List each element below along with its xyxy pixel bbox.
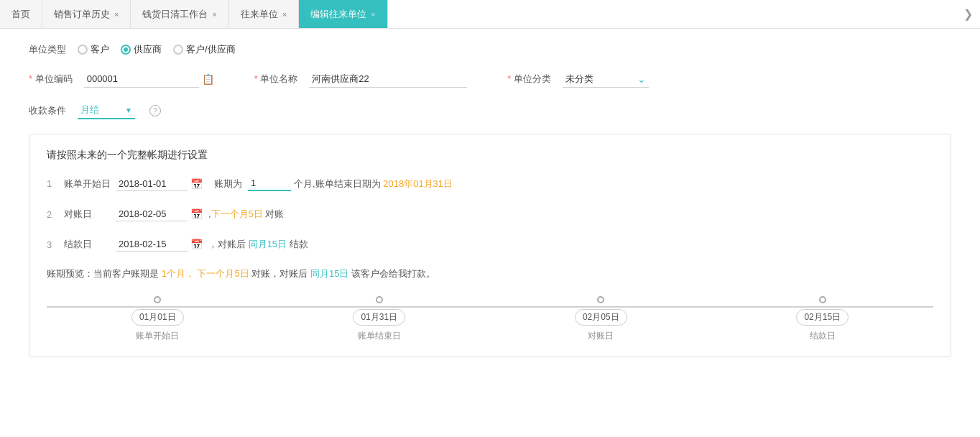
period-suffix-3: ，对账后 同月15日 结款 bbox=[208, 238, 308, 251]
payment-condition-row: 收款条件 月结 ▼ ? bbox=[29, 102, 951, 119]
tab-sales-history[interactable]: 销售订单历史× bbox=[42, 0, 131, 28]
unit-info-row: 单位编码 📋 单位名称 单位分类 未分类 ⌄ bbox=[29, 70, 951, 88]
period-label-3: 结款日 bbox=[64, 238, 116, 251]
unit-type-radio-group: 客户供应商客户/供应商 bbox=[78, 43, 236, 56]
timeline-dot-3 bbox=[819, 296, 826, 303]
radio-label-supplier: 供应商 bbox=[134, 43, 162, 56]
unit-category-label: 单位分类 bbox=[507, 73, 551, 86]
tab-label-sales-history: 销售订单历史 bbox=[54, 8, 110, 21]
period-title: 请按照未来的一个完整帐期进行设置 bbox=[47, 149, 933, 162]
timeline-item-2: 02月05日对账日 bbox=[490, 296, 712, 342]
radio-circle-customer bbox=[78, 45, 88, 55]
timeline: 01月01日账单开始日01月31日账单结束日02月05日对账日02月15日结款日 bbox=[47, 296, 933, 342]
preview-part2: 下一个月5日 bbox=[197, 268, 249, 279]
timeline-dot-0 bbox=[154, 296, 161, 303]
payment-condition-arrow-icon: ▼ bbox=[125, 106, 132, 114]
tab-close-icon-cash-work[interactable]: × bbox=[212, 10, 216, 19]
tab-label-home: 首页 bbox=[11, 8, 30, 21]
unit-category-arrow-icon: ⌄ bbox=[637, 73, 646, 85]
preview-section: 账期预览：当前客户账期是 1个月， 下一个月5日 对账，对账后 同月15日 该客… bbox=[47, 267, 933, 342]
unit-category-value: 未分类 bbox=[565, 73, 633, 86]
tab-label-edit-partner: 编辑往来单位 bbox=[310, 8, 366, 21]
period-date-1[interactable] bbox=[116, 177, 188, 191]
unit-name-label: 单位名称 bbox=[254, 73, 298, 86]
period-num-3: 3 bbox=[47, 239, 64, 250]
tab-arrow-right[interactable]: ❯ bbox=[956, 0, 980, 28]
preview-part3: 同月15日 bbox=[310, 268, 348, 279]
unit-code-input[interactable] bbox=[84, 70, 199, 88]
period-months-input[interactable] bbox=[248, 176, 291, 191]
radio-circle-supplier bbox=[121, 45, 131, 55]
radio-label-both: 客户/供应商 bbox=[186, 43, 236, 56]
calendar-icon-3[interactable]: 📅 bbox=[190, 239, 203, 250]
preview-middle: 对账，对账后 bbox=[251, 268, 310, 279]
period-num-2: 2 bbox=[47, 209, 64, 220]
tab-label-cash-work: 钱货日清工作台 bbox=[142, 8, 208, 21]
period-end-date-1: 2018年01月31日 bbox=[383, 178, 453, 189]
calendar-icon-1[interactable]: 📅 bbox=[190, 178, 203, 190]
radio-both[interactable]: 客户/供应商 bbox=[173, 43, 236, 56]
period-date-3[interactable] bbox=[116, 237, 188, 252]
timeline-label-3: 结款日 bbox=[810, 330, 836, 342]
unit-type-row: 单位类型 客户供应商客户/供应商 bbox=[29, 43, 951, 56]
timeline-label-1: 账单结束日 bbox=[358, 330, 401, 342]
unit-category-select[interactable]: 未分类 ⌄ bbox=[563, 71, 649, 88]
payment-condition-value: 月结 bbox=[80, 104, 121, 116]
tab-cash-work[interactable]: 钱货日清工作台× bbox=[131, 0, 228, 28]
tab-home[interactable]: 首页 bbox=[0, 0, 42, 28]
preview-text: 账期预览：当前客户账期是 1个月， 下一个月5日 对账，对账后 同月15日 该客… bbox=[47, 267, 933, 280]
period-suffix-after-1: 个月,账单结束日期为 2018年01月31日 bbox=[294, 178, 453, 190]
timeline-item-1: 01月31日账单结束日 bbox=[269, 296, 491, 342]
timeline-date-1: 01月31日 bbox=[353, 309, 405, 326]
radio-label-customer: 客户 bbox=[91, 43, 109, 56]
period-highlight-2: 下一个月5日 bbox=[211, 208, 263, 219]
period-suffix-before-1: 账期为 bbox=[214, 178, 242, 190]
period-row-1: 1 账单开始日 📅 账期为 个月,账单结束日期为 2018年01月31日 bbox=[47, 176, 933, 191]
help-icon[interactable]: ? bbox=[149, 105, 161, 116]
main-content: 单位类型 客户供应商客户/供应商 单位编码 📋 单位名称 单位分类 未分类 ⌄ … bbox=[0, 29, 980, 437]
period-num-1: 1 bbox=[47, 178, 64, 189]
period-box: 请按照未来的一个完整帐期进行设置 1 账单开始日 📅 账期为 个月,账单结束日期… bbox=[29, 134, 951, 357]
period-row-2: 2 对账日 📅 ,下一个月5日 对账 bbox=[47, 207, 933, 221]
payment-condition-label: 收款条件 bbox=[29, 104, 66, 117]
tab-label-partner-list: 往来单位 bbox=[241, 8, 278, 21]
unit-type-label: 单位类型 bbox=[29, 43, 66, 56]
tab-edit-partner[interactable]: 编辑往来单位× bbox=[299, 0, 387, 28]
timeline-dot-1 bbox=[376, 296, 383, 303]
calendar-icon-2[interactable]: 📅 bbox=[190, 208, 203, 220]
period-date-2[interactable] bbox=[116, 207, 188, 221]
timeline-dot-2 bbox=[597, 296, 604, 303]
period-highlight-3: 同月15日 bbox=[249, 239, 287, 249]
payment-condition-select[interactable]: 月结 ▼ bbox=[78, 102, 135, 119]
copy-icon[interactable]: 📋 bbox=[202, 73, 214, 85]
timeline-label-2: 对账日 bbox=[588, 330, 614, 342]
preview-suffix2: 该客户会给我打款。 bbox=[351, 268, 435, 279]
period-label-1: 账单开始日 bbox=[64, 178, 116, 190]
preview-prefix: 账期预览：当前客户账期是 bbox=[47, 268, 159, 279]
radio-supplier[interactable]: 供应商 bbox=[121, 43, 162, 56]
unit-code-label: 单位编码 bbox=[29, 73, 73, 86]
unit-name-wrap bbox=[309, 70, 467, 88]
tab-partner-list[interactable]: 往来单位× bbox=[229, 0, 299, 28]
radio-circle-both bbox=[173, 45, 183, 55]
timeline-item-0: 01月01日账单开始日 bbox=[47, 296, 269, 342]
unit-name-input[interactable] bbox=[309, 70, 467, 88]
preview-part1: 1个月， bbox=[162, 268, 195, 279]
period-suffix-2: ,下一个月5日 对账 bbox=[208, 208, 284, 221]
tab-bar: 首页销售订单历史×钱货日清工作台×往来单位×编辑往来单位×❯ bbox=[0, 0, 980, 29]
timeline-date-2: 02月05日 bbox=[575, 309, 627, 326]
period-row-3: 3 结款日 📅 ，对账后 同月15日 结款 bbox=[47, 237, 933, 252]
period-label-2: 对账日 bbox=[64, 208, 116, 221]
tab-close-icon-partner-list[interactable]: × bbox=[282, 10, 287, 19]
timeline-date-0: 01月01日 bbox=[131, 309, 184, 326]
timeline-item-3: 02月15日结款日 bbox=[712, 296, 934, 342]
tab-close-icon-sales-history[interactable]: × bbox=[114, 10, 119, 19]
timeline-date-3: 02月15日 bbox=[796, 309, 849, 326]
timeline-label-0: 账单开始日 bbox=[136, 330, 179, 342]
tab-close-icon-edit-partner[interactable]: × bbox=[371, 10, 375, 19]
radio-customer[interactable]: 客户 bbox=[78, 43, 109, 56]
unit-code-wrap: 📋 bbox=[84, 70, 214, 88]
